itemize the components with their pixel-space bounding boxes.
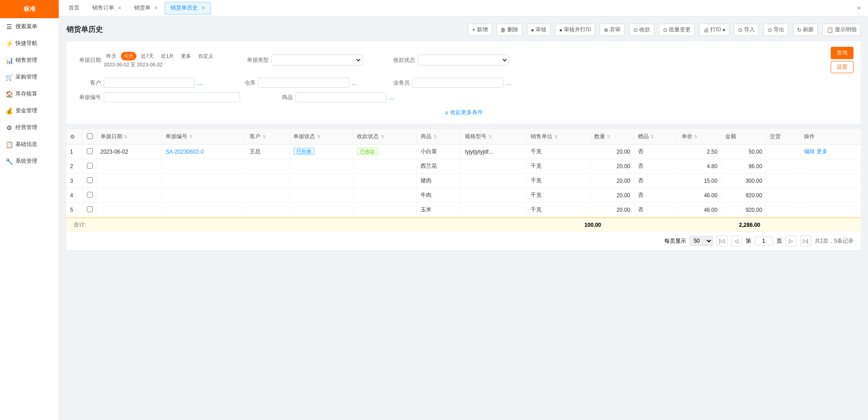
query-button[interactable]: 查询 [831,47,853,59]
cell-checkbox[interactable] [83,203,96,217]
delete-button[interactable]: 🗑 删除 [497,24,522,36]
import-icon: ⊙ [738,27,743,33]
goods-dots[interactable]: ... [389,94,395,101]
row-checkbox[interactable] [87,177,93,183]
tab-home[interactable]: 首页 [63,2,85,15]
cell-no[interactable]: SA-20230602-0 [162,145,246,159]
col-unit[interactable]: 销售单位 ⇅ [527,129,591,145]
sidebar-item-sys-mgmt[interactable]: 🔧 系统管理 [0,153,59,170]
show-detail-icon: 📋 [827,27,833,33]
page-last-button[interactable]: ▷| [800,235,811,246]
refresh-button[interactable]: ↻ 刷新 [793,24,818,36]
show-detail-button[interactable]: 📋 显示明细 [823,24,861,36]
sidebar-item-search-menu[interactable]: ☰ 搜索菜单 [0,18,59,35]
doc-type-select[interactable] [271,55,362,65]
more-action-btn[interactable]: 更多 [817,148,828,155]
cell-checkbox[interactable] [83,145,96,159]
edit-action-btn[interactable]: 编辑 [804,148,815,155]
cell-action[interactable] [800,174,861,188]
sidebar-item-sales-mgmt[interactable]: 📊 销售管理 [0,52,59,69]
date-pill-1month[interactable]: 近1月 [158,52,176,60]
cell-date: 2023-06-02 [96,145,162,159]
audit-print-button[interactable]: ● 审核并打印 [555,24,595,36]
sidebar-item-inventory[interactable]: 🏠 库存核算 [0,85,59,102]
col-qty[interactable]: 数量 ⇅ [591,129,634,145]
col-gift[interactable]: 赠品 ⇅ [634,129,678,145]
tab-close-sales-order[interactable]: ✕ [118,5,121,10]
page-size-select[interactable]: 50 100 [690,236,713,246]
col-checkbox[interactable] [83,129,96,145]
cell-checkbox[interactable] [83,188,96,203]
cell-action[interactable] [800,203,861,217]
tab-close-sales-history[interactable]: ✕ [201,5,205,10]
cell-action[interactable] [800,188,861,203]
table-footer: 合计: 100.00 2,286.00 [66,217,861,231]
date-pill-custom[interactable]: 自定义 [196,52,216,60]
salesperson-dots[interactable]: ... [506,79,512,86]
cell-qty: 20.00 [591,174,634,188]
col-goods[interactable]: 商品 ⇅ [417,129,461,145]
discard-button[interactable]: ⊗ 弃审 [600,24,625,36]
page-next-button[interactable]: ▷ [786,235,797,246]
sidebar-item-quick-nav[interactable]: ⚡ 快捷导航 [0,35,59,52]
date-pill-yesterday[interactable]: 昨天 [104,52,119,60]
goods-input[interactable] [296,92,386,102]
tab-sales-order[interactable]: 销售订单 ✕ [86,2,127,15]
tabbar-close-all[interactable]: ✕ [853,3,864,14]
set-button[interactable]: 设置 [831,61,853,73]
page-prev-button[interactable]: ◁ [731,235,742,246]
col-settings[interactable]: ⚙ [66,129,83,145]
date-pill-7days[interactable]: 近7天 [138,52,156,60]
new-button[interactable]: + 新增 [468,24,492,36]
warehouse-dots[interactable]: ... [352,79,357,86]
cell-qty: 20.00 [591,188,634,203]
cell-checkbox[interactable] [83,159,96,174]
customer-input[interactable] [104,78,195,88]
date-pill-today[interactable]: 今天 [121,52,136,60]
cell-amount: 50.00 [721,145,766,159]
date-pill-more[interactable]: 更多 [178,52,194,60]
tab-sales-history[interactable]: 销货单历史 ✕ [165,2,211,15]
sidebar-item-purchase-mgmt[interactable]: 🛒 采购管理 [0,69,59,85]
salesperson-input[interactable] [412,78,503,88]
row-checkbox[interactable] [87,148,93,154]
row-checkbox[interactable] [87,206,93,212]
collapse-button[interactable]: ∧ 收起更多条件 [74,107,853,118]
cell-checkbox[interactable] [83,174,96,188]
col-doc-status[interactable]: 单据状态 ⇅ [290,129,353,145]
row-checkbox[interactable] [87,192,93,198]
tab-sales-shipment[interactable]: 销货单 ✕ [128,2,164,15]
sidebar-item-operations[interactable]: ⚙ 经营管理 [0,119,59,136]
page-title: 销货单历史 [66,25,103,35]
collect-status-select[interactable] [418,55,509,65]
cell-spec [461,203,527,217]
audit-button[interactable]: ● 审核 [527,24,551,36]
customer-dots[interactable]: ... [197,79,203,86]
col-date[interactable]: 单据日期 ⇅ [96,129,162,145]
export-button[interactable]: ⊙ 导出 [763,24,788,36]
col-spec[interactable]: 规格型号 ⇅ [461,129,527,145]
tab-close-sales-shipment[interactable]: ✕ [154,5,158,10]
doc-no-link[interactable]: SA-20230602-0 [166,149,204,155]
search-menu-icon: ☰ [5,23,13,30]
page-first-button[interactable]: |◁ [717,235,728,246]
print-button[interactable]: 🖨 打印 ▾ [699,24,729,36]
col-no[interactable]: 单据编号 ⇅ [162,129,246,145]
doc-no-input[interactable] [104,92,240,102]
cell-action[interactable]: 编辑更多 [800,145,861,159]
col-price[interactable]: 单价 ⇅ [677,129,721,145]
import-button[interactable]: ⊙ 导入 [734,24,759,36]
warehouse-input[interactable] [258,78,349,88]
batch-change-button[interactable]: ⊙ 批量变更 [659,24,695,36]
cell-amount: 300.00 [721,174,766,188]
row-checkbox[interactable] [87,163,93,169]
sidebar-item-basic-info[interactable]: 📋 基础信息 [0,136,59,153]
select-all-checkbox[interactable] [87,133,93,139]
cell-action[interactable] [800,159,861,174]
filter-row-3: 单据编号 商品 ... [74,92,853,102]
col-collect-status[interactable]: 收款状态 ⇅ [353,129,417,145]
col-customer[interactable]: 客户 ⇅ [246,129,290,145]
page-number-input[interactable] [755,236,773,245]
sidebar-item-finance[interactable]: 💰 资金管理 [0,102,59,119]
collect-button[interactable]: ⊙ 收款 [629,24,654,36]
